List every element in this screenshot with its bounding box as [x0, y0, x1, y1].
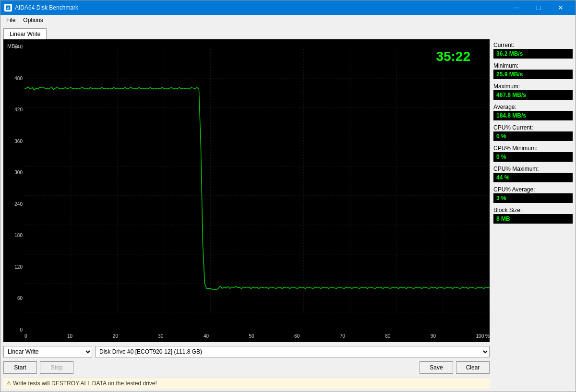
tab-linear-write[interactable]: Linear Write	[3, 28, 47, 39]
x-label-90: 90	[431, 333, 436, 342]
stat-maximum: Maximum: 467.8 MB/s	[493, 83, 573, 100]
stat-cpu-maximum-label: CPU% Maximum:	[493, 166, 573, 172]
clear-button[interactable]: Clear	[456, 361, 490, 374]
window-title: AIDA64 Disk Benchmark	[15, 4, 505, 11]
stat-cpu-average-value: 3 %	[493, 193, 573, 203]
controls-row1: Linear Write Disk Drive #0 [ECOT920-12] …	[3, 344, 490, 359]
menu-file[interactable]: File	[2, 16, 19, 24]
tab-container: Linear Write	[3, 28, 490, 39]
left-panel: Linear Write MB/s 35:22 0 60 120 180 240…	[3, 28, 490, 389]
x-label-70: 70	[340, 333, 345, 342]
stat-maximum-value: 467.8 MB/s	[493, 90, 573, 100]
svg-text:A: A	[7, 6, 10, 10]
stat-average-value: 184.8 MB/s	[493, 111, 573, 120]
stat-current: Current: 36.2 MB/s	[493, 42, 573, 59]
x-label-100: 100 %	[476, 333, 490, 342]
right-panel: Current: 36.2 MB/s Minimum: 25.9 MB/s Ma…	[493, 28, 573, 389]
stat-current-label: Current:	[493, 42, 573, 48]
menu-options[interactable]: Options	[19, 16, 47, 24]
chart-area: MB/s 35:22 0 60 120 180 240 300 360 420 …	[3, 39, 490, 342]
stat-minimum-value: 25.9 MB/s	[493, 70, 573, 79]
app-icon: A	[4, 4, 12, 12]
stat-cpu-current-label: CPU% Current:	[493, 124, 573, 131]
menu-bar: File Options	[0, 15, 576, 25]
y-label-60: 60	[5, 296, 23, 301]
y-axis-labels: 0 60 120 180 240 300 360 420 480 540	[3, 39, 24, 342]
stat-current-value: 36.2 MB/s	[493, 49, 573, 59]
warning-text: ⚠ Write tests will DESTROY ALL DATA on t…	[6, 380, 157, 387]
test-type-dropdown[interactable]: Linear Write	[3, 346, 92, 357]
stat-cpu-current: CPU% Current: 0 %	[493, 124, 573, 141]
x-label-50: 50	[249, 333, 254, 342]
main-window: A AIDA64 Disk Benchmark ─ □ ✕ File Optio…	[0, 0, 576, 392]
y-label-240: 240	[5, 202, 23, 207]
drive-select-dropdown[interactable]: Disk Drive #0 [ECOT920-12] (111.8 GB)	[95, 346, 490, 357]
y-label-0: 0	[5, 327, 23, 333]
stat-minimum: Minimum: 25.9 MB/s	[493, 62, 573, 79]
y-label-540: 540	[5, 44, 23, 49]
start-button[interactable]: Start	[3, 361, 37, 374]
x-label-20: 20	[113, 333, 118, 342]
stat-cpu-average: CPU% Average: 3 %	[493, 186, 573, 203]
maximize-button[interactable]: □	[528, 0, 550, 15]
y-label-180: 180	[5, 233, 23, 238]
y-label-360: 360	[5, 139, 23, 144]
y-label-300: 300	[5, 170, 23, 175]
stat-maximum-label: Maximum:	[493, 83, 573, 90]
y-label-120: 120	[5, 264, 23, 270]
stat-cpu-maximum-value: 44 %	[493, 173, 573, 182]
x-label-0: 0	[24, 333, 27, 342]
stat-cpu-current-value: 0 %	[493, 131, 573, 141]
stat-block-size-label: Block Size:	[493, 207, 573, 214]
minimize-button[interactable]: ─	[505, 0, 528, 15]
y-label-420: 420	[5, 107, 23, 112]
stat-block-size: Block Size: 8 MB	[493, 207, 573, 224]
y-label-480: 480	[5, 76, 23, 81]
controls-row2: Start Stop Save Clear	[3, 359, 490, 376]
x-label-30: 30	[158, 333, 163, 342]
save-button[interactable]: Save	[420, 361, 453, 374]
x-label-10: 10	[67, 333, 72, 342]
stat-cpu-minimum-value: 0 %	[493, 152, 573, 162]
x-label-60: 60	[294, 333, 300, 342]
stat-average: Average: 184.8 MB/s	[493, 104, 573, 120]
chart-svg	[24, 49, 490, 333]
main-content: Linear Write MB/s 35:22 0 60 120 180 240…	[0, 25, 576, 392]
bottom-controls: Linear Write Disk Drive #0 [ECOT920-12] …	[3, 342, 490, 378]
stat-cpu-average-label: CPU% Average:	[493, 186, 573, 193]
title-bar: A AIDA64 Disk Benchmark ─ □ ✕	[0, 0, 576, 15]
close-button[interactable]: ✕	[550, 0, 572, 15]
x-label-80: 80	[385, 333, 390, 342]
stat-minimum-label: Minimum:	[493, 62, 573, 69]
stat-average-label: Average:	[493, 104, 573, 110]
window-controls: ─ □ ✕	[505, 0, 572, 15]
stat-cpu-minimum: CPU% Minimum: 0 %	[493, 145, 573, 162]
stat-cpu-maximum: CPU% Maximum: 44 %	[493, 166, 573, 182]
x-label-40: 40	[204, 333, 209, 342]
x-axis-labels: 0 10 20 30 40 50 60 70 80 90 100 %	[24, 333, 490, 342]
stat-cpu-minimum-label: CPU% Minimum:	[493, 145, 573, 152]
stop-button[interactable]: Stop	[40, 361, 73, 374]
stat-block-size-value: 8 MB	[493, 214, 573, 224]
warning-bar: ⚠ Write tests will DESTROY ALL DATA on t…	[3, 378, 490, 389]
